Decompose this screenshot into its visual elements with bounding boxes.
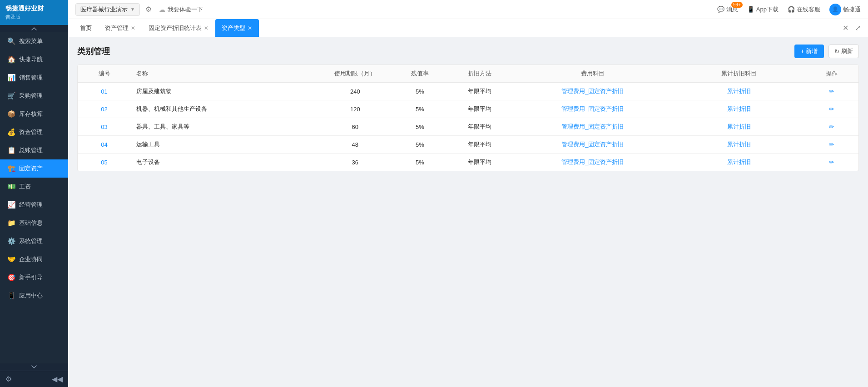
purchase-icon: 🛒 (7, 92, 15, 100)
close-window-icon[interactable]: ✕ (841, 23, 850, 33)
app-download-btn[interactable]: 📱 App下载 (747, 5, 779, 14)
refresh-button[interactable]: ↻ 刷新 (828, 45, 859, 58)
table-header: 编号 名称 使用期限（月） 残值率 折旧方法 费用科目 累计折旧科目 操作 (78, 65, 858, 83)
user-profile-btn[interactable]: 👤 畅捷通 (829, 4, 861, 15)
sidebar-item-fixedasset[interactable]: 🏗️ 固定资产 (0, 159, 68, 178)
module-name: 医疗器械行业演示 (80, 5, 128, 14)
cell-id: 02 (78, 100, 131, 118)
experience-btn[interactable]: ☁ 我要体验一下 (159, 5, 203, 14)
table-row: 03 器具、工具、家具等 60 5% 年限平均 管理费用_固定资产折旧 累计折旧… (78, 118, 858, 136)
app-download-label: App下载 (756, 5, 779, 14)
settings-gear-icon[interactable]: ⚙ (145, 5, 152, 14)
sidebar-item-label: 快捷导航 (19, 55, 43, 64)
sidebar-item-sales[interactable]: 📊 销售管理 (0, 69, 68, 87)
sidebar-item-system[interactable]: ⚙️ 系统管理 (0, 232, 68, 250)
cell-period: 60 (317, 118, 393, 136)
table-body: 01 房屋及建筑物 240 5% 年限平均 管理费用_固定资产折旧 累计折旧 ✏… (78, 83, 858, 171)
table-row: 05 电子设备 36 5% 年限平均 管理费用_固定资产折旧 累计折旧 ✏ (78, 154, 858, 171)
cell-id: 04 (78, 136, 131, 154)
module-selector[interactable]: 医疗器械行业演示 ▼ (75, 3, 140, 16)
settings-icon[interactable]: ⚙ (5, 375, 12, 383)
sidebar-item-label: 系统管理 (19, 237, 43, 245)
app-name: 畅捷通好业财 (5, 5, 63, 13)
refresh-icon: ↻ (834, 48, 839, 55)
close-tab-asset-type-icon[interactable]: ✕ (248, 25, 252, 31)
sidebar-scroll-up[interactable] (0, 25, 68, 32)
tabbar: 首页 资产管理 ✕ 固定资产折旧统计表 ✕ 资产类型 ✕ ✕ ⤢ (68, 19, 868, 37)
sales-icon: 📊 (7, 74, 15, 82)
sidebar-item-ledger[interactable]: 📋 总账管理 (0, 141, 68, 159)
sidebar-menu: 🔍 搜索菜单 🏠 快捷导航 📊 销售管理 🛒 采购管理 📦 库存核算 💰 资金管… (0, 32, 68, 363)
data-table: 编号 名称 使用期限（月） 残值率 折旧方法 费用科目 累计折旧科目 操作 01… (78, 65, 858, 171)
online-service-btn[interactable]: 🎧 在线客服 (788, 5, 820, 14)
col-header-name: 名称 (131, 65, 317, 83)
cloud-icon: ☁ (159, 6, 165, 13)
sidebar-item-purchase[interactable]: 🛒 采购管理 (0, 87, 68, 105)
close-tab-asset-management-icon[interactable]: ✕ (131, 25, 135, 31)
cell-expense: 管理费用_固定资产折旧 (513, 83, 672, 100)
sidebar-item-payroll[interactable]: 💵 工资 (0, 178, 68, 196)
cell-residual: 5% (393, 100, 446, 118)
col-header-method: 折旧方法 (446, 65, 513, 83)
sidebar-item-quicknav[interactable]: 🏠 快捷导航 (0, 50, 68, 69)
sidebar-item-label: 固定资产 (19, 164, 43, 173)
tab-asset-type[interactable]: 资产类型 ✕ (215, 19, 259, 37)
new-button[interactable]: + 新增 (794, 45, 824, 58)
sidebar-item-enterprise[interactable]: 🤝 企业协同 (0, 250, 68, 268)
sidebar-item-appcenter[interactable]: 📱 应用中心 (0, 287, 68, 305)
sidebar-scroll-down[interactable] (0, 363, 68, 371)
sidebar-item-capital[interactable]: 💰 资金管理 (0, 123, 68, 141)
cell-period: 48 (317, 136, 393, 154)
cell-accumulated: 累计折旧 (672, 100, 805, 118)
cell-name: 器具、工具、家具等 (131, 118, 317, 136)
sidebar-header: 畅捷通好业财 普及版 (0, 0, 68, 25)
col-header-expense: 费用科目 (513, 65, 672, 83)
cell-action: ✏ (805, 100, 858, 118)
app-edition: 普及版 (5, 14, 63, 20)
notifications-btn[interactable]: 💬 消息 99+ (717, 5, 738, 14)
notifications-badge: 99+ (731, 2, 743, 8)
edit-icon[interactable]: ✏ (829, 105, 834, 113)
cell-method: 年限平均 (446, 136, 513, 154)
sidebar-item-operations[interactable]: 📈 经营管理 (0, 196, 68, 214)
cell-method: 年限平均 (446, 100, 513, 118)
sidebar-item-label: 工资 (19, 183, 31, 191)
category-table: 编号 名称 使用期限（月） 残值率 折旧方法 费用科目 累计折旧科目 操作 01… (77, 64, 859, 171)
table-row: 04 运输工具 48 5% 年限平均 管理费用_固定资产折旧 累计折旧 ✏ (78, 136, 858, 154)
payroll-icon: 💵 (7, 183, 15, 191)
cell-accumulated: 累计折旧 (672, 118, 805, 136)
edit-icon[interactable]: ✏ (829, 159, 834, 166)
col-header-action: 操作 (805, 65, 858, 83)
expand-window-icon[interactable]: ⤢ (853, 23, 863, 33)
edit-icon[interactable]: ✏ (829, 141, 834, 148)
cell-id: 03 (78, 118, 131, 136)
sidebar-item-search[interactable]: 🔍 搜索菜单 (0, 32, 68, 50)
edit-icon[interactable]: ✏ (829, 88, 834, 95)
ledger-icon: 📋 (7, 146, 15, 154)
refresh-label: 刷新 (841, 47, 853, 55)
tab-asset-management-label: 资产管理 (105, 24, 129, 32)
page-title: 类别管理 (77, 46, 110, 57)
cell-id: 05 (78, 154, 131, 171)
system-icon: ⚙️ (7, 237, 15, 245)
tab-asset-management[interactable]: 资产管理 ✕ (99, 19, 142, 37)
cell-method: 年限平均 (446, 118, 513, 136)
sidebar-item-guide[interactable]: 🎯 新手引导 (0, 268, 68, 287)
cell-period: 36 (317, 154, 393, 171)
close-tab-depreciation-report-icon[interactable]: ✕ (204, 25, 208, 31)
tab-home[interactable]: 首页 (74, 19, 99, 37)
user-name: 畅捷通 (843, 5, 861, 14)
sidebar-item-label: 采购管理 (19, 92, 43, 100)
cell-residual: 5% (393, 154, 446, 171)
content-area: 类别管理 + 新增 ↻ 刷新 编号 名称 使用期限（月） 残值率 折旧方法 (68, 37, 868, 387)
edit-icon[interactable]: ✏ (829, 123, 834, 130)
cell-action: ✏ (805, 118, 858, 136)
table-row: 01 房屋及建筑物 240 5% 年限平均 管理费用_固定资产折旧 累计折旧 ✏ (78, 83, 858, 100)
sidebar-item-basicinfo[interactable]: 📁 基础信息 (0, 214, 68, 232)
collapse-icon[interactable]: ◀◀ (52, 375, 63, 383)
topbar-right: 💬 消息 99+ 📱 App下载 🎧 在线客服 👤 畅捷通 (717, 4, 861, 15)
avatar: 👤 (829, 4, 841, 15)
sidebar-item-inventory[interactable]: 📦 库存核算 (0, 105, 68, 123)
tab-depreciation-report-label: 固定资产折旧统计表 (149, 24, 202, 32)
tab-depreciation-report[interactable]: 固定资产折旧统计表 ✕ (142, 19, 215, 37)
